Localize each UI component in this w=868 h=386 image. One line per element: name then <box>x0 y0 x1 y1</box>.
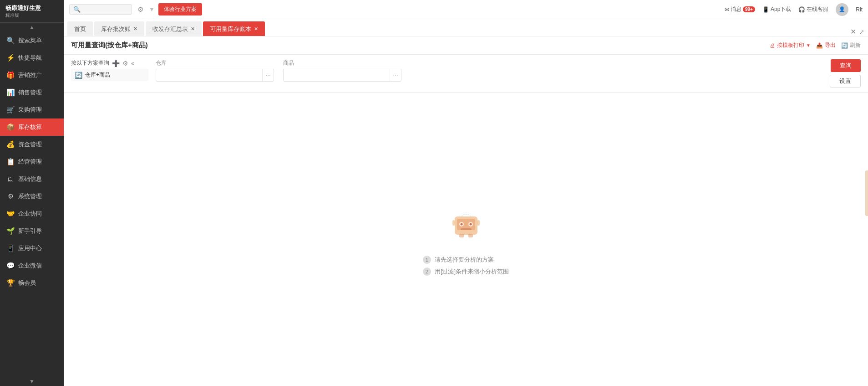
main-content: 🔍 ⚙ ▼ 体验行业方案 ✉ 消息 99+ 📱 App下载 🎧 在线客服 👤 R… <box>64 0 868 386</box>
sidebar-item-sales[interactable]: 📊 销售管理 <box>0 84 64 101</box>
filter-schemes: 按以下方案查询 ➕ ⚙ « 🔄 仓库+商品 <box>71 59 148 81</box>
app-download-link[interactable]: 📱 App下载 <box>762 5 791 13</box>
sidebar-item-system[interactable]: ⚙ 系统管理 <box>0 188 64 205</box>
sidebar-item-member[interactable]: 🏆 畅会员 <box>0 274 64 292</box>
tab-batch-close-icon[interactable]: ✕ <box>133 26 137 32</box>
empty-tip-1: 1 请先选择要分析的方案 <box>423 256 509 264</box>
svg-point-5 <box>469 223 472 226</box>
filter-field-product: 商品 ··· <box>283 59 401 82</box>
username-label[interactable]: Rit <box>856 6 863 13</box>
filter-area: 按以下方案查询 ➕ ⚙ « 🔄 仓库+商品 仓库 ··· <box>64 55 868 93</box>
sidebar-item-operations[interactable]: 📋 经营管理 <box>0 153 64 170</box>
inventory-icon: 📦 <box>6 123 15 131</box>
sidebar-item-inventory[interactable]: 📦 库存核算 <box>0 118 64 136</box>
expand-icon[interactable]: ⤢ <box>859 28 864 36</box>
refresh-label: 刷新 <box>850 41 861 49</box>
dropdown-icon[interactable]: ▼ <box>149 6 155 13</box>
operations-icon: 📋 <box>6 158 15 166</box>
query-button[interactable]: 查询 <box>831 59 861 72</box>
avatar: 👤 <box>836 3 848 16</box>
svg-rect-10 <box>468 234 473 237</box>
message-icon: ✉ <box>725 6 729 13</box>
basic-icon: 🗂 <box>6 175 15 183</box>
sidebar-scroll-up-btn[interactable]: ▲ <box>0 23 64 32</box>
export-icon: 📤 <box>816 42 823 49</box>
search-input[interactable] <box>82 6 128 13</box>
filter-schemes-header: 按以下方案查询 ➕ ⚙ « <box>71 59 148 67</box>
headset-icon: 🎧 <box>798 6 805 13</box>
newguide-icon: 🌱 <box>6 227 15 235</box>
sidebar-item-marketing[interactable]: 🎁 营销推广 <box>0 67 64 84</box>
sidebar-logo: 畅康通好生意 标准版 <box>0 0 64 23</box>
marketing-icon: 🎁 <box>6 71 15 79</box>
tab-summary[interactable]: 收发存汇总表 ✕ <box>146 21 202 36</box>
tab-available[interactable]: 可用量库存账本 ✕ <box>203 21 265 36</box>
topbar-search-box[interactable]: 🔍 <box>69 4 132 15</box>
refresh-button[interactable]: 🔄 刷新 <box>841 41 861 49</box>
tab-home-label: 首页 <box>74 25 86 33</box>
svg-point-4 <box>460 223 462 226</box>
tip-num-1: 1 <box>423 256 431 264</box>
sidebar-item-label: 畅会员 <box>18 279 36 287</box>
online-service-link[interactable]: 🎧 在线客服 <box>798 5 828 13</box>
empty-state-area: 1 请先选择要分析的方案 2 用[过滤]条件来缩小分析范围 <box>64 93 868 386</box>
warehouse-more-icon[interactable]: ··· <box>262 69 274 81</box>
column-settings-button[interactable]: 设置 <box>830 75 861 87</box>
warehouse-field-label: 仓库 <box>156 59 274 67</box>
tab-available-label: 可用量库存账本 <box>210 25 251 33</box>
settings-icon[interactable]: ⚙ <box>136 5 145 14</box>
message-label: 消息 <box>731 5 741 13</box>
industry-solution-button[interactable]: 体验行业方案 <box>158 3 202 15</box>
scheme-item-warehouse-product[interactable]: 🔄 仓库+商品 <box>71 69 148 81</box>
dropdown-arrow-icon: ▼ <box>806 43 811 48</box>
collapse-icon[interactable]: « <box>131 60 134 67</box>
member-icon: 🏆 <box>6 279 15 287</box>
tab-summary-close-icon[interactable]: ✕ <box>191 26 195 32</box>
app-download-label: App下载 <box>771 5 791 13</box>
tab-summary-label: 收发存汇总表 <box>152 25 188 33</box>
purchase-icon: 🛒 <box>6 106 15 114</box>
sidebar-item-enterprise[interactable]: 🤝 企业协同 <box>0 205 64 222</box>
tab-batch[interactable]: 库存批次账 ✕ <box>94 21 144 36</box>
message-button[interactable]: ✉ 消息 99+ <box>725 5 755 13</box>
sidebar-item-label: 新手引导 <box>18 227 42 235</box>
sidebar-scroll-down-btn[interactable]: ▼ <box>0 377 64 386</box>
close-all-tabs-icon[interactable]: ✕ <box>850 27 856 36</box>
sidebar-item-label: 企业微信 <box>18 262 42 270</box>
online-service-label: 在线客服 <box>807 5 828 13</box>
scheme-refresh-icon: 🔄 <box>75 72 82 79</box>
print-label: 按模板打印 <box>777 41 804 49</box>
refresh-icon: 🔄 <box>841 42 848 49</box>
sidebar-item-label: 营销推广 <box>18 71 42 79</box>
schemes-label: 按以下方案查询 <box>71 59 109 67</box>
tab-available-close-icon[interactable]: ✕ <box>254 26 258 32</box>
product-input[interactable] <box>284 72 390 78</box>
sidebar-item-label: 企业协同 <box>18 210 42 218</box>
sidebar-item-wechat[interactable]: 💬 企业微信 <box>0 257 64 274</box>
sidebar-item-quicknav[interactable]: ⚡ 快捷导航 <box>0 49 64 67</box>
sidebar-item-label: 采购管理 <box>18 106 42 114</box>
product-more-icon[interactable]: ··· <box>390 69 401 81</box>
search-icon: 🔍 <box>6 36 15 45</box>
print-button[interactable]: 🖨 按模板打印 ▼ <box>770 41 811 49</box>
scroll-indicator <box>865 170 868 216</box>
sidebar-item-label: 经营管理 <box>18 158 42 166</box>
wechat-icon: 💬 <box>6 262 15 270</box>
sidebar-item-finance[interactable]: 💰 资金管理 <box>0 136 64 153</box>
sidebar-item-label: 应用中心 <box>18 244 42 252</box>
phone-icon: 📱 <box>762 6 769 13</box>
tab-home[interactable]: 首页 <box>67 21 93 36</box>
set-scheme-icon[interactable]: ⚙ <box>122 60 128 67</box>
page-title: 可用量查询(按仓库+商品) <box>71 41 148 50</box>
sidebar-item-search[interactable]: 🔍 搜索菜单 <box>0 32 64 49</box>
export-button[interactable]: 📤 导出 <box>816 41 836 49</box>
sidebar-item-appcenter[interactable]: 📱 应用中心 <box>0 240 64 257</box>
add-scheme-icon[interactable]: ➕ <box>112 60 120 67</box>
sidebar-item-basic[interactable]: 🗂 基础信息 <box>0 170 64 188</box>
topbar: 🔍 ⚙ ▼ 体验行业方案 ✉ 消息 99+ 📱 App下载 🎧 在线客服 👤 R… <box>64 0 868 19</box>
sidebar-item-newguide[interactable]: 🌱 新手引导 <box>0 222 64 240</box>
sidebar-item-label: 资金管理 <box>18 140 42 149</box>
logo-sub: 标准版 <box>5 12 58 19</box>
sidebar-item-purchase[interactable]: 🛒 采购管理 <box>0 101 64 118</box>
warehouse-input[interactable] <box>156 72 262 78</box>
